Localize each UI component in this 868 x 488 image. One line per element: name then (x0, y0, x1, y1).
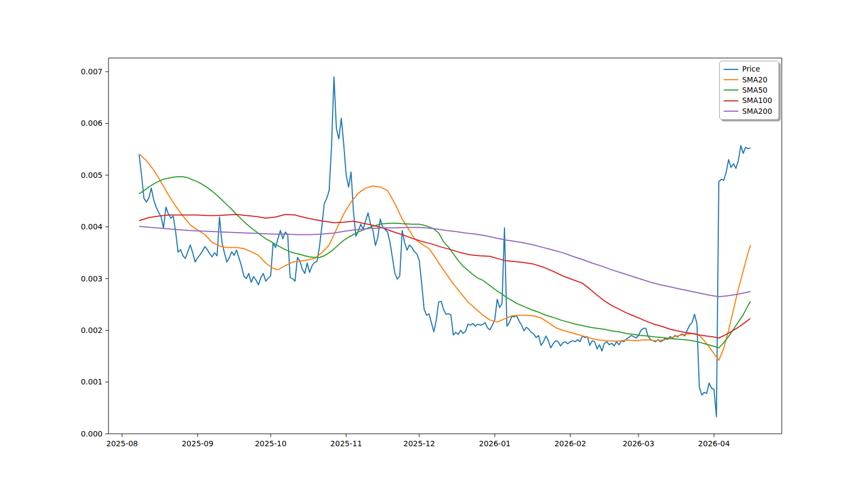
x-tick-label: 2025-10 (255, 439, 287, 448)
legend-line-swatch (724, 100, 738, 101)
x-tick-label: 2025-11 (330, 439, 362, 448)
legend-item-sma100: SMA100 (724, 95, 775, 106)
series-line-sma100 (139, 215, 750, 338)
legend-line-swatch (724, 69, 738, 70)
series-line-sma20 (139, 154, 750, 361)
figure-canvas: 2025-082025-092025-102025-112025-122026-… (0, 0, 868, 488)
legend-line-swatch (724, 79, 738, 80)
legend-line-swatch (724, 111, 738, 112)
y-tick-label: 0.003 (81, 274, 103, 283)
y-tick-label: 0.001 (81, 377, 103, 386)
x-tick-label: 2026-01 (479, 439, 511, 448)
y-tick-label: 0.000 (81, 429, 103, 438)
legend-item-price: Price (724, 64, 775, 74)
x-tick-label: 2025-09 (182, 439, 214, 448)
x-tick-label: 2025-08 (106, 439, 138, 448)
y-tick-label: 0.004 (81, 222, 103, 231)
y-tick-label: 0.002 (81, 326, 103, 335)
series-line-sma50 (139, 177, 750, 348)
legend-label: Price (742, 64, 760, 74)
legend-label: SMA50 (742, 85, 768, 95)
plot-border (108, 58, 782, 434)
y-tick-label: 0.007 (81, 67, 103, 76)
legend-item-sma200: SMA200 (724, 106, 775, 117)
legend-label: SMA100 (742, 95, 772, 106)
legend: PriceSMA20SMA50SMA100SMA200 (719, 61, 779, 120)
legend-item-sma20: SMA20 (724, 74, 775, 85)
x-tick-label: 2025-12 (404, 439, 436, 448)
legend-label: SMA20 (742, 75, 768, 85)
x-tick-label: 2026-04 (698, 439, 730, 448)
legend-line-swatch (724, 89, 738, 91)
legend-label: SMA200 (742, 106, 772, 117)
y-tick-label: 0.005 (81, 171, 103, 179)
x-tick-label: 2026-02 (554, 439, 586, 448)
x-tick-label: 2026-03 (623, 439, 655, 448)
series-line-sma200 (139, 226, 750, 297)
legend-item-sma50: SMA50 (724, 85, 775, 95)
series-line-price (139, 77, 750, 417)
y-tick-label: 0.006 (81, 119, 103, 127)
